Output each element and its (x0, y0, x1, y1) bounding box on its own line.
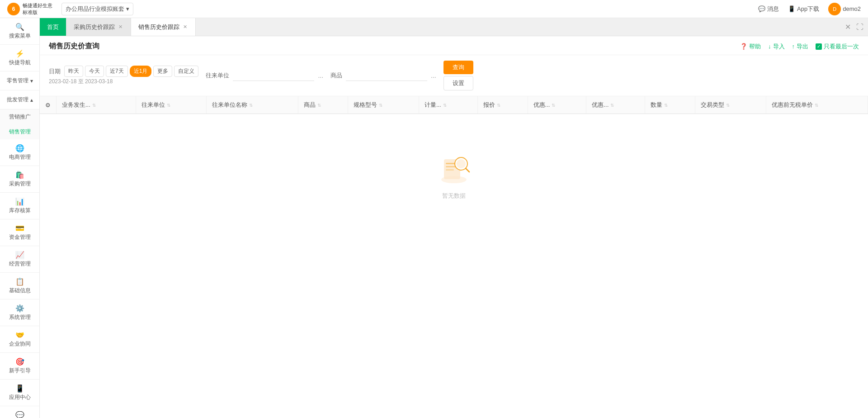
table-header-spec[interactable]: 规格型号 ⇅ (348, 96, 419, 114)
sidebar-item-finance[interactable]: 💳 资金管理 (0, 219, 39, 246)
only-last-checkbox-area[interactable]: ✓ 只看最后一次 (816, 43, 859, 51)
message-btn[interactable]: 💬 消息 (758, 5, 779, 13)
query-button[interactable]: 查询 (443, 61, 473, 74)
sort-icon: ⇅ (552, 103, 555, 108)
empty-text: 暂无数据 (442, 192, 466, 200)
table-header-discount1[interactable]: 优惠... ⇅ (528, 96, 586, 114)
sidebar-item-enterprise-coop[interactable]: 🤝 企业协同 (0, 326, 39, 353)
only-last-checkbox[interactable]: ✓ (816, 43, 822, 50)
empty-illustration (436, 150, 472, 186)
sidebar-item-app-center[interactable]: 📱 应用中心 (0, 380, 39, 406)
close-sales-history-tab[interactable]: ✕ (182, 23, 188, 31)
table-header-quantity[interactable]: 数量 ⇅ (645, 96, 695, 114)
sidebar-item-basic-info[interactable]: 📋 基础信息 (0, 273, 39, 299)
partner-dots-btn[interactable]: ... (318, 72, 323, 79)
import-btn[interactable]: ↓ 导入 (768, 43, 785, 51)
date-buttons-group: 昨天 今天 近7天 近1月 更多 自定义 (64, 66, 198, 77)
gear-icon: ⚙️ (15, 304, 24, 313)
data-table: ⚙ 业务发生... ⇅ 往来单位 (40, 96, 868, 114)
tab-home[interactable]: 首页 (40, 18, 66, 36)
avatar: D (828, 3, 841, 15)
partner-input[interactable] (233, 70, 314, 81)
maximize-btn[interactable]: ⛶ (855, 22, 864, 32)
sort-icon: ⇅ (815, 103, 818, 108)
table-header-product[interactable]: 商品 ⇅ (298, 96, 348, 114)
sidebar-submenu-wholesale: 营销推广 销售管理 (0, 109, 39, 139)
sidebar-item-wholesale-mgmt[interactable]: 批发管理 ▴ (0, 90, 39, 109)
partner-label: 往来单位 (206, 71, 229, 80)
sidebar-item-sales-mgmt[interactable]: 销售管理 (0, 124, 39, 139)
product-label: 商品 (330, 71, 342, 80)
date-btn-today[interactable]: 今天 (85, 66, 104, 77)
product-input[interactable] (346, 70, 427, 81)
wechat-icon: 💬 (15, 411, 24, 418)
sidebar-item-new-guide[interactable]: 🎯 新手引导 (0, 353, 39, 380)
download-icon: 📱 (788, 5, 795, 12)
table-header-gear[interactable]: ⚙ (40, 96, 57, 114)
svg-line-7 (466, 168, 469, 172)
table-header-biz-date[interactable]: 业务发生... ⇅ (57, 96, 136, 114)
page-content: 销售历史价查询 ❓ 帮助 ↓ 导入 ↑ 导出 ✓ (40, 36, 868, 418)
page-header: 销售历史价查询 ❓ 帮助 ↓ 导入 ↑ 导出 ✓ (40, 36, 868, 55)
sidebar-item-quick-nav[interactable]: ⚡ 快捷导航 (0, 45, 39, 71)
table-header-unit[interactable]: 计量... ⇅ (419, 96, 477, 114)
sort-icon: ⇅ (92, 103, 96, 108)
date-range-display: 2023-02-18 至 2023-03-18 (49, 78, 198, 86)
sidebar-item-inventory[interactable]: 📊 库存核算 (0, 193, 39, 219)
sort-icon: ⇅ (167, 103, 170, 108)
content-area: 首页 采购历史价跟踪 ✕ 销售历史价跟踪 ✕ ✕ ⛶ 销售历史价查询 (40, 18, 868, 418)
user-menu[interactable]: D demo2 (828, 3, 861, 15)
table-header-partner-name[interactable]: 往来单位名称 ⇅ (207, 96, 298, 114)
sort-icon: ⇅ (379, 103, 382, 108)
action-buttons: 查询 设置 (443, 61, 473, 90)
sort-icon: ⇅ (726, 103, 730, 108)
product-dots-btn[interactable]: ... (431, 72, 436, 79)
sidebar-item-enterprise-wechat[interactable]: 💬 企业微信 (0, 406, 39, 418)
top-header: 6 畅捷通好生意 标准版 办公用品行业模拟账套 ▾ 💬 消息 📱 App下载 D… (0, 0, 868, 18)
tab-sales-history[interactable]: 销售历史价跟踪 ✕ (131, 18, 196, 36)
lightning-icon: ⚡ (15, 49, 24, 58)
table-area: ⚙ 业务发生... ⇅ 往来单位 (40, 96, 868, 236)
date-btn-custom[interactable]: 自定义 (174, 66, 198, 77)
date-btn-last7[interactable]: 近7天 (106, 66, 128, 77)
svg-rect-3 (446, 166, 456, 167)
sidebar-item-search-menu[interactable]: 🔍 搜索菜单 (0, 18, 39, 45)
page-header-actions: ❓ 帮助 ↓ 导入 ↑ 导出 ✓ 只看最后一次 (740, 43, 859, 51)
svg-rect-4 (446, 169, 454, 171)
table-header-price[interactable]: 报价 ⇅ (477, 96, 528, 114)
sidebar-item-retail-mgmt[interactable]: 零售管理 ▾ (0, 71, 39, 90)
table-header-partner-code[interactable]: 往来单位 ⇅ (136, 96, 207, 114)
date-btn-more[interactable]: 更多 (153, 66, 172, 77)
export-btn[interactable]: ↑ 导出 (792, 43, 809, 51)
sidebar-item-system[interactable]: ⚙️ 系统管理 (0, 299, 39, 326)
app-download-btn[interactable]: 📱 App下载 (788, 5, 819, 13)
table-header-trade-type[interactable]: 交易类型 ⇅ (695, 96, 766, 114)
sidebar-item-marketing[interactable]: 营销推广 (0, 109, 39, 124)
sidebar-item-purchase[interactable]: 🛍️ 采购管理 (0, 166, 39, 193)
target-icon: 🎯 (15, 357, 24, 366)
sort-icon: ⇅ (497, 103, 500, 108)
sidebar-item-operations[interactable]: 📈 经营管理 (0, 246, 39, 273)
partner-filter-group: 往来单位 ... (206, 70, 323, 81)
table-header-row: ⚙ 业务发生... ⇅ 往来单位 (40, 96, 868, 114)
tab-purchase-history[interactable]: 采购历史价跟踪 ✕ (66, 18, 131, 36)
help-btn[interactable]: ❓ 帮助 (740, 43, 761, 51)
handshake-icon: 🤝 (15, 331, 24, 339)
close-purchase-history-tab[interactable]: ✕ (118, 23, 123, 31)
close-all-tabs-btn[interactable]: ✕ (844, 22, 852, 32)
table-header-discount2[interactable]: 优惠... ⇅ (586, 96, 645, 114)
sidebar-item-ecommerce[interactable]: 🌐 电商管理 (0, 139, 39, 166)
bag-icon: 🛍️ (15, 171, 24, 179)
date-btn-yesterday[interactable]: 昨天 (64, 66, 83, 77)
app-selector[interactable]: 办公用品行业模拟账套 ▾ (61, 3, 133, 15)
export-icon: ↑ (792, 43, 795, 50)
tab-bar-actions: ✕ ⛶ (840, 18, 868, 36)
filter-area: 日期 昨天 今天 近7天 近1月 更多 自定义 2023-02-18 至 202… (40, 55, 868, 96)
clipboard-icon: 📋 (15, 277, 24, 286)
table-header-pretax-price[interactable]: 优惠前无税单价 ⇅ (766, 96, 868, 114)
settings-button[interactable]: 设置 (443, 76, 473, 90)
empty-state: 暂无数据 (40, 114, 868, 236)
date-btn-last1m[interactable]: 近1月 (130, 66, 152, 77)
sort-icon: ⇅ (664, 103, 668, 108)
sidebar: 🔍 搜索菜单 ⚡ 快捷导航 零售管理 ▾ 批发管理 ▴ 营销推广 销售管理 🌐 … (0, 18, 40, 418)
